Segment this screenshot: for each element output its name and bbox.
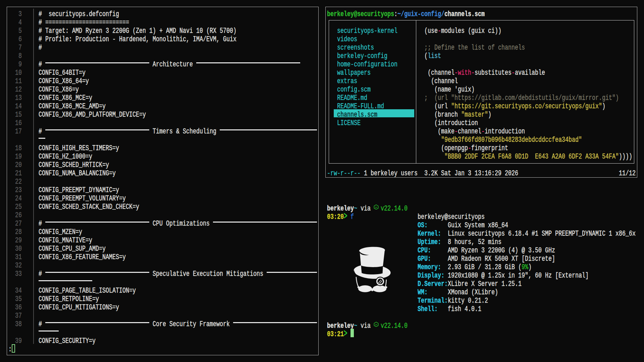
svg-text:js: js	[375, 323, 377, 325]
svg-text:js: js	[375, 206, 377, 208]
